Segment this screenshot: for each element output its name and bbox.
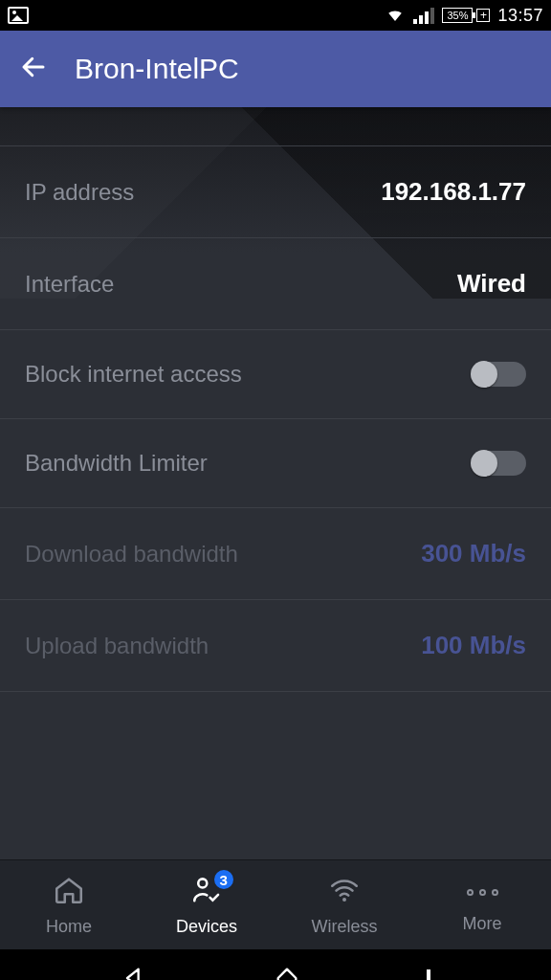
page-title: Bron-IntelPC: [75, 53, 239, 85]
row-download-bandwidth[interactable]: Download bandwidth 300 Mb/s: [0, 508, 551, 600]
wifi-icon: [385, 7, 406, 24]
bottom-nav: Home 3 Devices Wireless More: [0, 859, 551, 949]
nav-wireless-label: Wireless: [311, 917, 377, 937]
bandwidth-limiter-toggle[interactable]: [473, 451, 526, 476]
row-ip-address: IP address 192.168.1.77: [0, 145, 551, 238]
nav-devices[interactable]: 3 Devices: [138, 860, 276, 949]
svg-point-0: [198, 879, 207, 887]
bandwidth-limiter-label: Bandwidth Limiter: [25, 450, 208, 477]
nav-more[interactable]: More: [413, 860, 551, 949]
block-internet-label: Block internet access: [25, 361, 242, 388]
more-icon: [467, 876, 498, 908]
ip-value: 192.168.1.77: [381, 177, 526, 207]
android-back-button[interactable]: [121, 965, 147, 980]
row-upload-bandwidth[interactable]: Upload bandwidth 100 Mb/s: [0, 600, 551, 692]
battery-indicator: 35% +: [442, 8, 490, 23]
upload-bw-value: 100 Mb/s: [421, 631, 526, 660]
android-recents-button[interactable]: [427, 971, 430, 980]
ip-label: IP address: [25, 179, 134, 206]
row-bandwidth-limiter: Bandwidth Limiter: [0, 419, 551, 508]
home-icon: [51, 874, 87, 911]
nav-devices-label: Devices: [176, 917, 237, 937]
back-button[interactable]: [19, 53, 48, 85]
android-nav-bar: [0, 949, 551, 980]
svg-point-1: [342, 897, 346, 901]
android-status-bar: 35% + 13:57: [0, 0, 551, 31]
devices-badge: 3: [212, 868, 235, 891]
nav-more-label: More: [462, 914, 501, 934]
interface-label: Interface: [25, 271, 114, 298]
app-header: Bron-IntelPC: [0, 31, 551, 107]
row-block-internet: Block internet access: [0, 330, 551, 419]
battery-percent: 35%: [443, 9, 472, 22]
upload-bw-label: Upload bandwidth: [25, 633, 209, 659]
download-bw-label: Download bandwidth: [25, 541, 238, 568]
android-home-button[interactable]: [274, 965, 300, 980]
notification-image-icon: [8, 7, 29, 24]
nav-wireless[interactable]: Wireless: [276, 860, 413, 949]
clock: 13:57: [497, 6, 543, 26]
arrow-left-icon: [19, 53, 48, 81]
nav-home[interactable]: Home: [0, 860, 138, 949]
download-bw-value: 300 Mb/s: [421, 539, 526, 568]
battery-plus-icon: +: [476, 9, 490, 22]
device-detail-panel: IP address 192.168.1.77 Interface Wired …: [0, 107, 551, 859]
interface-value: Wired: [457, 269, 526, 299]
row-interface: Interface Wired: [0, 238, 551, 330]
block-internet-toggle[interactable]: [473, 362, 526, 387]
cell-signal-icon: [413, 7, 434, 24]
wireless-icon: [326, 874, 363, 911]
nav-home-label: Home: [46, 917, 92, 937]
